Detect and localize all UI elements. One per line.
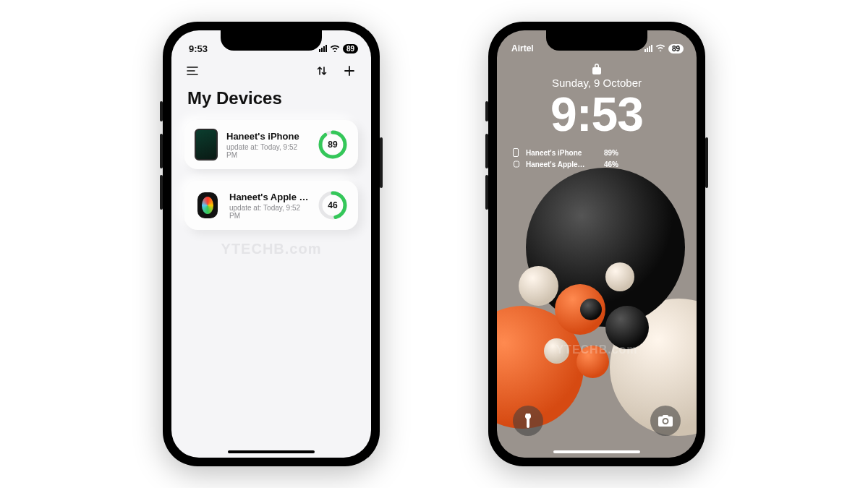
wallpaper-sphere: [605, 306, 649, 349]
app-screen: 9:53 89: [171, 30, 371, 458]
device-card[interactable]: Haneet's iPhone update at: Today, 9:52 P…: [184, 120, 358, 169]
battery-value: 46: [318, 190, 348, 221]
wallpaper-sphere: [576, 346, 609, 378]
phone-frame-right: Airtel 89 Sunday, 9 October 9:53: [488, 22, 705, 466]
lock-widgets[interactable]: Haneet's iPhone 89% Haneet's Apple… 46%: [513, 148, 697, 168]
widget-row[interactable]: Haneet's Apple… 46%: [513, 160, 697, 168]
app-toolbar: [171, 59, 371, 81]
watermark: YTECHB.com: [221, 241, 322, 257]
wallpaper-sphere: [526, 168, 685, 327]
battery-indicator: 89: [343, 44, 358, 53]
device-info: Haneet's Apple Wat… update at: Today, 9:…: [229, 192, 309, 220]
wallpaper-sphere: [605, 262, 634, 291]
svg-rect-9: [514, 149, 519, 157]
battery-indicator: 89: [668, 44, 684, 53]
status-time: 9:53: [189, 43, 208, 54]
widget-device-value: 46%: [604, 160, 618, 168]
status-right: 89: [644, 43, 684, 53]
device-name: Haneet's iPhone: [226, 131, 309, 142]
wifi-icon: [655, 43, 665, 53]
status-right: 89: [319, 43, 358, 54]
lock-screen[interactable]: Airtel 89 Sunday, 9 October 9:53: [497, 30, 697, 458]
lock-icon: [592, 62, 602, 75]
wallpaper-sphere: [544, 338, 569, 364]
lock-time: 9:53: [497, 90, 697, 138]
home-indicator[interactable]: [553, 450, 640, 453]
device-card[interactable]: Haneet's Apple Wat… update at: Today, 9:…: [184, 181, 358, 230]
widget-device-value: 89%: [604, 149, 618, 157]
device-subtitle: update at: Today, 9:52 PM: [226, 143, 309, 159]
power-button: [705, 137, 708, 188]
cellular-signal-icon: [319, 45, 327, 52]
watch-icon: [513, 160, 520, 168]
widget-device-name: Haneet's iPhone: [526, 149, 598, 157]
home-indicator[interactable]: [228, 450, 315, 453]
battery-percent: 89: [672, 45, 680, 53]
add-button[interactable]: [342, 64, 357, 78]
phone-icon: [513, 148, 520, 157]
battery-percent: 89: [346, 45, 354, 53]
battery-ring: 89: [318, 129, 348, 160]
phone-frame-left: 9:53 89: [163, 22, 380, 466]
sort-button[interactable]: [315, 64, 329, 78]
power-button: [380, 137, 383, 188]
volume-down-button: [485, 175, 488, 210]
wifi-icon: [330, 43, 340, 54]
mute-switch: [485, 101, 488, 121]
notch: [221, 30, 322, 51]
volume-down-button: [160, 175, 163, 210]
cellular-signal-icon: [644, 45, 652, 52]
widget-row[interactable]: Haneet's iPhone 89%: [513, 148, 697, 157]
device-name: Haneet's Apple Wat…: [229, 192, 309, 202]
wallpaper-sphere: [580, 299, 602, 320]
page-title: My Devices: [171, 81, 371, 120]
flashlight-button[interactable]: [513, 406, 543, 436]
mute-switch: [160, 101, 163, 121]
svg-rect-10: [514, 161, 519, 167]
volume-up-button: [485, 134, 488, 168]
battery-ring: 46: [318, 190, 348, 221]
camera-button[interactable]: [650, 406, 681, 436]
wallpaper-sphere: [519, 266, 558, 306]
carrier-label: Airtel: [511, 43, 534, 53]
device-thumbnail-watch: [195, 189, 221, 221]
device-subtitle: update at: Today, 9:52 PM: [229, 204, 309, 220]
menu-button[interactable]: [186, 64, 200, 78]
volume-up-button: [160, 134, 163, 168]
device-thumbnail-iphone: [195, 129, 218, 160]
battery-value: 89: [318, 129, 348, 160]
device-info: Haneet's iPhone update at: Today, 9:52 P…: [226, 131, 309, 159]
widget-device-name: Haneet's Apple…: [526, 160, 598, 168]
notch: [546, 30, 647, 51]
